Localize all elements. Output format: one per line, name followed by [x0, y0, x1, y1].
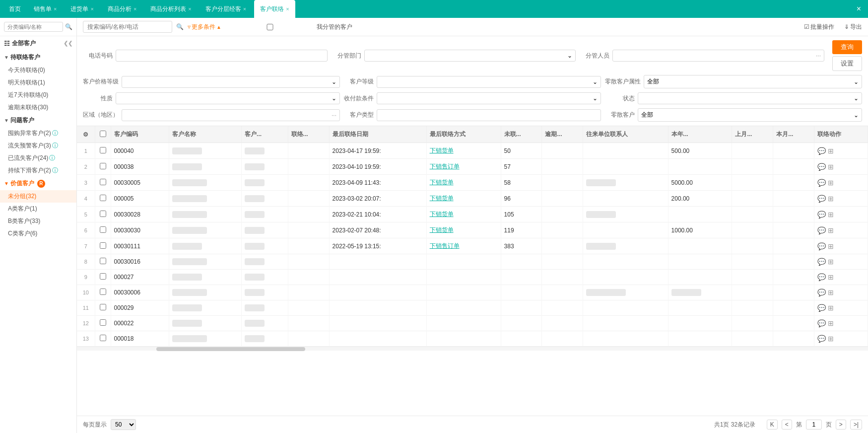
sidebar-item-today[interactable]: 今天待联络(0)	[0, 64, 76, 76]
batch-operation-button[interactable]: ☑ 批量操作	[804, 23, 834, 31]
nav-tab-product-list[interactable]: 商品分析列表 ×	[144, 0, 197, 18]
first-page-button[interactable]: K	[767, 420, 778, 430]
chat-icon[interactable]: 💬	[817, 211, 826, 218]
row-checkbox[interactable]	[100, 179, 106, 185]
last-way-link[interactable]: 下销货单	[430, 211, 454, 217]
sidebar-item-abnormal[interactable]: 囤购异常客户(2) ⓘ	[0, 127, 76, 140]
chat-icon[interactable]: 💬	[817, 335, 826, 343]
sidebar-search-input[interactable]	[4, 22, 63, 32]
filter-sparse-customer-select[interactable]: 全部 ⌄	[638, 108, 862, 122]
row-checkbox[interactable]	[100, 273, 106, 280]
last-way-link[interactable]: 下销售订单	[430, 163, 460, 170]
row-checkbox[interactable]	[100, 319, 106, 326]
grid-icon[interactable]: ⊞	[828, 211, 834, 218]
row-checkbox-cell[interactable]	[95, 159, 111, 175]
row-checkbox[interactable]	[100, 242, 106, 249]
sidebar-search-icon[interactable]: 🔍	[65, 23, 72, 30]
close-sales-tab-icon[interactable]: ×	[54, 0, 57, 18]
sidebar-item-class-b[interactable]: B类客户(33)	[0, 215, 76, 227]
last-way-link[interactable]: 下销货单	[430, 179, 454, 186]
settings-icon[interactable]: ⚙	[83, 131, 88, 138]
grid-icon[interactable]: ⊞	[828, 319, 834, 327]
row-checkbox-cell[interactable]	[95, 238, 111, 254]
grid-icon[interactable]: ⊞	[828, 258, 834, 266]
close-product-list-tab-icon[interactable]: ×	[188, 0, 191, 18]
row-checkbox[interactable]	[100, 335, 106, 341]
search-icon[interactable]: 🔍	[176, 23, 184, 30]
row-checkbox-cell[interactable]	[95, 300, 111, 316]
page-size-select[interactable]: 50 20 100	[111, 419, 136, 430]
nav-tab-sales[interactable]: 销售单 ×	[28, 0, 63, 18]
col-checkbox[interactable]	[95, 126, 111, 143]
close-product-analysis-tab-icon[interactable]: ×	[134, 0, 136, 18]
row-checkbox[interactable]	[100, 304, 106, 310]
more-dots-icon[interactable]: ···	[816, 52, 821, 59]
grid-icon[interactable]: ⊞	[828, 163, 834, 171]
window-close-button[interactable]: ×	[854, 4, 864, 13]
last-way-link[interactable]: 下销货单	[430, 147, 454, 154]
sidebar-category-pending[interactable]: ▼ 待联络客户	[0, 51, 76, 64]
sidebar-item-overdue[interactable]: 逾期未联络(30)	[0, 101, 76, 114]
row-checkbox[interactable]	[100, 195, 106, 201]
filter-price-level-select[interactable]: ⌄	[122, 76, 340, 88]
export-button[interactable]: ⇓ 导出	[844, 23, 862, 31]
row-checkbox[interactable]	[100, 211, 106, 217]
last-way-link[interactable]: 下销售订单	[430, 242, 460, 249]
row-checkbox-cell[interactable]	[95, 222, 111, 238]
sidebar-category-value[interactable]: ▼ 价值客户 R	[0, 177, 76, 190]
more-conditions-button[interactable]: ▿ 更多条件 ▲	[188, 23, 221, 31]
filter-region-select[interactable]: ···	[122, 109, 340, 121]
sidebar-item-class-a[interactable]: A类客户(1)	[0, 203, 76, 215]
sidebar-item-churn-warning[interactable]: 流失预警客户(3) ⓘ	[0, 140, 76, 152]
row-checkbox[interactable]	[100, 226, 106, 233]
grid-icon[interactable]: ⊞	[828, 147, 834, 155]
grid-icon[interactable]: ⊞	[828, 226, 834, 234]
select-all-checkbox[interactable]	[100, 131, 106, 137]
row-checkbox-cell[interactable]	[95, 143, 111, 159]
grid-icon[interactable]: ⊞	[828, 195, 834, 203]
filter-manager-input[interactable]: ···	[612, 50, 824, 62]
col-settings[interactable]: ⚙	[77, 126, 95, 143]
grid-icon[interactable]: ⊞	[828, 335, 834, 343]
filter-department-select[interactable]: ⌄	[364, 50, 576, 62]
filter-nature-select[interactable]: ⌄	[116, 92, 340, 104]
row-checkbox-cell[interactable]	[95, 270, 111, 285]
nav-tab-purchase[interactable]: 进货单 ×	[65, 0, 99, 18]
grid-icon[interactable]: ⊞	[828, 242, 834, 250]
row-checkbox-cell[interactable]	[95, 316, 111, 331]
close-purchase-tab-icon[interactable]: ×	[90, 0, 93, 18]
row-checkbox-cell[interactable]	[95, 191, 111, 207]
close-customer-contact-tab-icon[interactable]: ×	[286, 0, 289, 18]
scrollbar-thumb[interactable]	[156, 347, 305, 351]
filter-customer-type-input[interactable]	[377, 109, 601, 121]
reset-button[interactable]: 设置	[832, 56, 862, 71]
grid-icon[interactable]: ⊞	[828, 273, 834, 281]
row-checkbox[interactable]	[100, 258, 106, 264]
filter-customer-level-select[interactable]: ⌄	[377, 76, 601, 88]
nav-tab-customer-contact[interactable]: 客户联络 ×	[254, 0, 295, 18]
row-checkbox[interactable]	[100, 147, 106, 153]
prev-page-button[interactable]: <	[782, 420, 792, 430]
row-checkbox-cell[interactable]	[95, 254, 111, 270]
close-customer-segment-tab-icon[interactable]: ×	[243, 0, 246, 18]
nav-tab-product-analysis[interactable]: 商品分析 ×	[102, 0, 142, 18]
chat-icon[interactable]: 💬	[817, 163, 826, 171]
next-page-button[interactable]: >	[836, 420, 846, 430]
sidebar-item-tomorrow[interactable]: 明天待联络(1)	[0, 76, 76, 89]
chat-icon[interactable]: 💬	[817, 289, 826, 296]
chat-icon[interactable]: 💬	[817, 242, 826, 250]
filter-status-select[interactable]: ⌄	[638, 92, 862, 104]
sidebar-item-class-c[interactable]: C类客户(6)	[0, 227, 76, 240]
nav-home[interactable]: 首页	[4, 0, 26, 18]
chat-icon[interactable]: 💬	[817, 179, 826, 187]
row-checkbox-cell[interactable]	[95, 175, 111, 191]
nav-tab-customer-segment[interactable]: 客户分层经客 ×	[200, 0, 252, 18]
last-way-link[interactable]: 下销货单	[430, 226, 454, 233]
sidebar-all-customers[interactable]: ☷ 全部客户 ❮❮	[0, 36, 76, 51]
filter-payment-select[interactable]: ⌄	[377, 92, 601, 104]
last-page-button[interactable]: >|	[850, 420, 862, 430]
chat-icon[interactable]: 💬	[817, 304, 826, 312]
row-checkbox[interactable]	[100, 289, 106, 295]
search-input[interactable]	[83, 21, 172, 33]
chat-icon[interactable]: 💬	[817, 226, 826, 234]
